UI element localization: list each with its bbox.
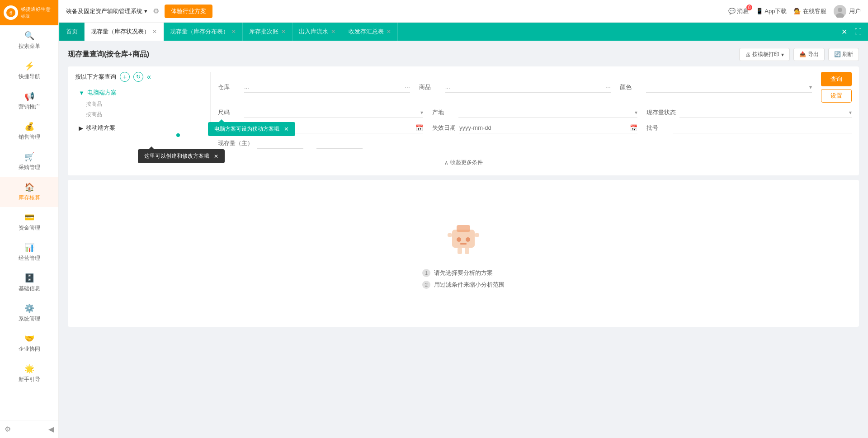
create-scheme-tooltip: 这里可以创建和修改方案哦 ✕ <box>138 149 225 163</box>
stock-main-max-input[interactable] <box>316 138 363 149</box>
scheme-sub-item-2[interactable]: 按商品 <box>86 109 201 120</box>
svg-rect-12 <box>458 248 462 254</box>
refresh-icon: 🔄 <box>834 51 841 57</box>
scheme-list: ▼ 电脑端方案 按商品 按商品 ▶ <box>75 86 205 134</box>
tab-inventory-dist-close[interactable]: ✕ <box>231 28 236 35</box>
tab-collection-summary-close[interactable]: ✕ <box>387 28 391 35</box>
user-area[interactable]: 用户 <box>834 5 861 18</box>
sidebar-item-quicknav[interactable]: ⚡ 快捷导航 <box>0 56 58 86</box>
stock-main-min-input[interactable] <box>257 138 303 149</box>
filter-settings-button[interactable]: 设置 <box>821 89 852 103</box>
search-button[interactable]: 查询 <box>821 72 852 86</box>
batch-no-input[interactable] <box>673 122 852 133</box>
quicknav-icon: ⚡ <box>24 61 34 71</box>
tab-inventory-status-label: 现存量（库存状况表） <box>91 28 150 36</box>
prod-date-calendar-icon[interactable]: 📅 <box>415 124 423 132</box>
refresh-button[interactable]: 🔄 刷新 <box>828 48 859 61</box>
print-label: 按模板打印 <box>752 51 779 58</box>
add-scheme-button[interactable]: + <box>120 72 130 82</box>
tab-bar-actions: ✕ ⛶ <box>839 26 868 38</box>
collapse-sidebar-icon[interactable]: ◀ <box>48 425 54 433</box>
expiry-date-calendar-icon[interactable]: 📅 <box>630 124 637 132</box>
system-settings-icon[interactable]: ⚙ <box>153 7 159 15</box>
tab-collection-summary[interactable]: 收发存汇总表 ✕ <box>342 23 398 41</box>
sidebar-item-sales[interactable]: 💰 销售管理 <box>0 116 58 146</box>
scheme-sub-item-2-text: 按商品 <box>86 111 102 118</box>
message-button[interactable]: 💬 8 消息 <box>728 7 749 15</box>
sidebar-item-enterprise[interactable]: 🤝 企业协同 <box>0 328 58 358</box>
sidebar-item-guide[interactable]: 🌟 新手引导 <box>0 358 58 389</box>
sales-icon: 💰 <box>24 122 34 132</box>
sidebar-item-marketing-label: 营销推广 <box>19 103 40 111</box>
size-input[interactable] <box>244 107 420 118</box>
sidebar-item-system[interactable]: ⚙️ 系统管理 <box>0 298 58 328</box>
back-scheme-button[interactable]: « <box>147 73 151 81</box>
support-icon: 💁 <box>794 8 801 14</box>
size-dropdown-arrow[interactable]: ▾ <box>420 109 423 116</box>
online-support-button[interactable]: 💁 在线客服 <box>794 7 826 15</box>
system-name-text: 装备及固定资产辅助管理系统 <box>66 7 142 15</box>
origin-dropdown-arrow[interactable]: ▾ <box>635 109 637 116</box>
warehouse-more-icon[interactable]: ⋯ <box>405 84 410 90</box>
filter-row-3: 生产日期 📅 失效日期 📅 <box>218 122 852 133</box>
origin-input[interactable] <box>458 107 635 118</box>
print-button[interactable]: 🖨 按模板打印 ▾ <box>739 48 790 61</box>
phone-icon: 📱 <box>756 8 763 14</box>
step-1-num: 1 <box>422 269 430 277</box>
export-button[interactable]: 📤 导出 <box>793 48 824 61</box>
tab-inventory-dist[interactable]: 现存量（库存分布表） ✕ <box>164 23 243 41</box>
svg-rect-10 <box>448 233 452 237</box>
sidebar-logo: 6 畅捷通好生意 标版 <box>0 0 58 25</box>
expiry-date-input[interactable] <box>459 122 630 133</box>
app-download-button[interactable]: 📱 App下载 <box>756 7 787 15</box>
stock-status-label: 现存量状态 <box>646 108 676 117</box>
trial-button[interactable]: 体验行业方案 <box>165 5 212 18</box>
tab-inventory-status[interactable]: 现存量（库存状况表） ✕ <box>85 23 164 41</box>
color-dropdown-arrow[interactable]: ▾ <box>809 84 812 90</box>
scheme-item-mobile[interactable]: ▶ 移动端方案 <box>79 122 201 134</box>
tab-batch-account-close[interactable]: ✕ <box>281 28 286 35</box>
sidebar-item-inventory[interactable]: 🏠 库存核算 <box>0 177 58 207</box>
warehouse-input[interactable] <box>244 82 405 92</box>
scheme-mobile-tooltip-text: 电脑方案可设为移动方案哦 <box>214 125 279 133</box>
sidebar-item-base[interactable]: 🗄️ 基础信息 <box>0 268 58 298</box>
system-selector[interactable]: 装备及固定资产辅助管理系统 ▾ <box>66 7 147 15</box>
stock-status-input[interactable] <box>679 107 849 118</box>
scheme-mobile-arrow: ▶ <box>79 125 83 132</box>
color-input[interactable] <box>646 82 809 92</box>
tab-inventory-status-close[interactable]: ✕ <box>152 28 157 35</box>
stock-status-dropdown-arrow[interactable]: ▾ <box>849 109 852 116</box>
settings-bottom-icon[interactable]: ⚙ <box>5 425 11 433</box>
purchase-icon: 🛒 <box>24 152 34 162</box>
scheme-panel: 按以下方案查询 + ↻ « ▼ 电脑端方案 按商品 <box>75 72 211 134</box>
tab-inout-flow[interactable]: 出入库流水 ✕ <box>292 23 342 41</box>
refresh-scheme-button[interactable]: ↻ <box>133 72 143 82</box>
scheme-item-desktop[interactable]: ▼ 电脑端方案 <box>79 86 201 99</box>
color-label: 颜色 <box>620 83 642 91</box>
sidebar-item-inventory-label: 库存核算 <box>19 194 40 202</box>
sidebar-item-finance-label: 资金管理 <box>19 224 40 232</box>
sidebar-item-marketing[interactable]: 📢 营销推广 <box>0 86 58 116</box>
page-actions: 🖨 按模板打印 ▾ 📤 导出 🔄 刷新 <box>739 48 859 61</box>
tab-home[interactable]: 首页 <box>60 23 85 41</box>
tab-close-all-button[interactable]: ✕ <box>839 26 850 38</box>
filter-row-4: 现存量（主） — <box>218 138 363 149</box>
tab-batch-account[interactable]: 库存批次账 ✕ <box>243 23 292 41</box>
svg-point-7 <box>457 237 461 242</box>
sidebar-item-purchase[interactable]: 🛒 采购管理 <box>0 146 58 177</box>
search-btn-group: 查询 设置 <box>821 72 852 103</box>
message-badge: 8 <box>746 5 753 10</box>
sidebar-item-operations[interactable]: 📊 经营管理 <box>0 237 58 268</box>
tab-fullscreen-button[interactable]: ⛶ <box>852 26 864 38</box>
header-right: 💬 8 消息 📱 App下载 💁 在线客服 <box>728 5 861 18</box>
goods-more-icon[interactable]: ⋯ <box>605 84 611 90</box>
goods-input[interactable] <box>445 82 606 92</box>
filter-stock-status-item: 现存量状态 ▾ <box>646 107 852 118</box>
scheme-mobile-tooltip-close[interactable]: ✕ <box>284 126 289 132</box>
scheme-desktop-label: 电脑端方案 <box>87 89 117 97</box>
create-scheme-tooltip-close[interactable]: ✕ <box>214 153 218 160</box>
sidebar-item-search[interactable]: 🔍 搜索菜单 <box>0 25 58 56</box>
sidebar-item-finance[interactable]: 💳 资金管理 <box>0 207 58 237</box>
tab-inout-flow-close[interactable]: ✕ <box>331 28 335 35</box>
scheme-sub-item-1[interactable]: 按商品 <box>86 99 201 109</box>
